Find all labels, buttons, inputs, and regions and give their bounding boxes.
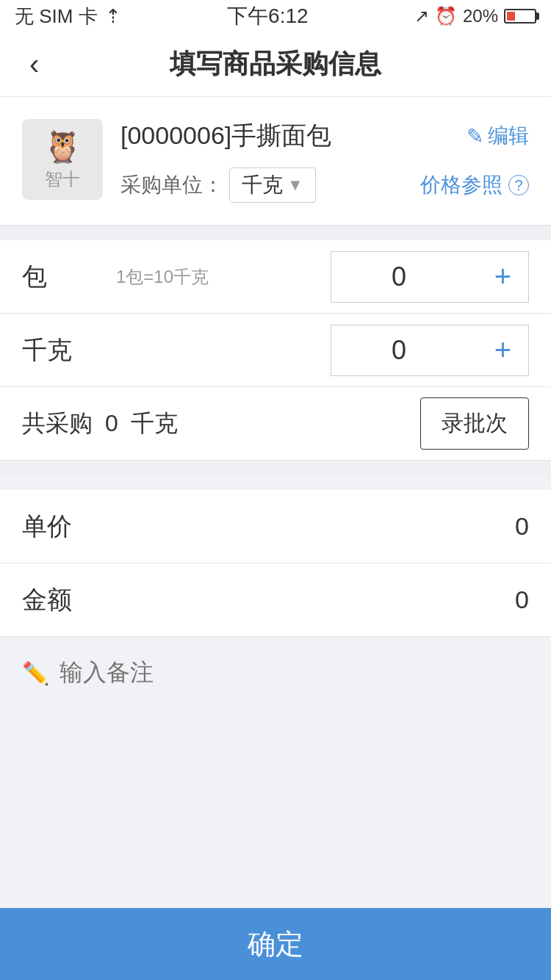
- amount-row: 金额 0: [0, 563, 551, 637]
- section-divider-1: [0, 226, 551, 240]
- product-name-row: [0000006]手撕面包 ✎ 编辑: [120, 119, 529, 153]
- nav-bar: ‹ 填写商品采购信息: [0, 32, 551, 97]
- unit-dropdown-icon: ▼: [287, 176, 303, 195]
- purchase-unit-row: 采购单位： 千克 ▼ 价格参照 ?: [120, 167, 529, 203]
- bag-number-input[interactable]: [331, 251, 478, 303]
- unit-label: 采购单位：: [120, 171, 223, 199]
- content-spacer: [0, 769, 551, 916]
- bag-input-control: +: [331, 251, 529, 303]
- notes-input[interactable]: [60, 659, 529, 686]
- back-button[interactable]: ‹: [22, 40, 46, 88]
- input-section: 包 1包=10千克 + 千克 +: [0, 240, 551, 387]
- alarm-icon: ⏰: [435, 6, 457, 26]
- unit-value: 千克: [242, 171, 283, 199]
- total-unit: 千克: [131, 410, 178, 436]
- edit-label: 编辑: [488, 122, 529, 150]
- product-image: 🦉 智十: [22, 119, 103, 200]
- unit-price-label: 单价: [22, 510, 72, 544]
- status-right: ↗ ⏰ 20%: [414, 6, 536, 26]
- status-left: 无 SIM 卡 ⇡: [15, 4, 121, 29]
- product-info: [0000006]手撕面包 ✎ 编辑 采购单位： 千克 ▼ 价格参照 ?: [120, 119, 529, 203]
- total-label: 共采购: [22, 410, 93, 436]
- total-text: 共采购 0 千克: [22, 408, 178, 440]
- unit-select[interactable]: 千克 ▼: [229, 167, 316, 203]
- section-divider-2: [0, 461, 551, 475]
- edit-icon: ✎: [467, 124, 483, 148]
- confirm-button[interactable]: 确定: [0, 908, 551, 980]
- price-section: 单价 0 金额 0: [0, 490, 551, 637]
- notes-section: ✏️: [0, 637, 551, 769]
- total-amount: 0: [105, 410, 118, 436]
- kg-number-input[interactable]: [331, 325, 478, 376]
- kg-label: 千克: [22, 334, 110, 367]
- amount-label: 金额: [22, 583, 72, 617]
- pencil-icon: ✏️: [22, 660, 49, 686]
- wifi-icon: ⇡: [105, 5, 121, 28]
- kg-input-control: +: [331, 325, 529, 376]
- bag-label: 包: [22, 260, 110, 294]
- product-card: 🦉 智十 [0000006]手撕面包 ✎ 编辑 采购单位： 千克 ▼: [0, 97, 551, 226]
- unit-price-value: 0: [515, 512, 529, 541]
- product-logo-text: 智十: [45, 167, 80, 191]
- bag-sub-label: 1包=10千克: [116, 265, 331, 289]
- unit-price-row: 单价 0: [0, 490, 551, 563]
- product-logo-icon: 🦉: [43, 129, 82, 165]
- total-row: 共采购 0 千克 录批次: [0, 387, 551, 461]
- amount-value: 0: [515, 586, 529, 614]
- product-name: [0000006]手撕面包: [120, 119, 331, 153]
- location-icon: ↗: [414, 6, 429, 26]
- page-title: 填写商品采购信息: [170, 46, 381, 82]
- bag-input-row: 包 1包=10千克 +: [0, 240, 551, 314]
- carrier-text: 无 SIM 卡: [15, 4, 98, 29]
- kg-input-row: 千克 +: [0, 314, 551, 387]
- time-text: 下午6:12: [227, 2, 309, 30]
- price-ref-label: 价格参照: [420, 171, 503, 199]
- battery-icon: [504, 9, 536, 24]
- status-bar: 无 SIM 卡 ⇡ 下午6:12 ↗ ⏰ 20%: [0, 0, 551, 32]
- batch-button[interactable]: 录批次: [420, 397, 529, 450]
- battery-percent: 20%: [463, 6, 498, 26]
- edit-button[interactable]: ✎ 编辑: [467, 122, 529, 150]
- price-ref-button[interactable]: 价格参照 ?: [420, 171, 529, 199]
- price-ref-help-icon: ?: [508, 175, 529, 195]
- bag-plus-button[interactable]: +: [478, 251, 529, 303]
- kg-plus-button[interactable]: +: [478, 325, 529, 376]
